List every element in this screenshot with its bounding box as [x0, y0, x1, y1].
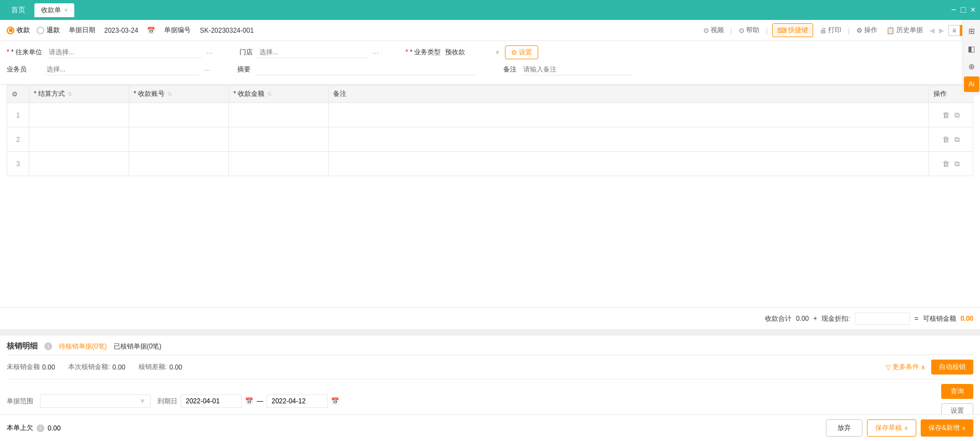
- number-label: 单据编号: [164, 25, 191, 35]
- date-from-input[interactable]: [181, 394, 242, 408]
- radio-refund[interactable]: 退款: [37, 25, 60, 35]
- delete-row-3-icon[interactable]: 🗑: [942, 160, 950, 168]
- unchecked-label: 未核销金额: [7, 362, 40, 372]
- writeoff-info-icon[interactable]: i: [44, 342, 52, 350]
- counterpart-label: * 往来单位: [7, 48, 42, 57]
- date-to-input[interactable]: [267, 394, 328, 408]
- row-num-2: 2: [7, 127, 29, 152]
- calendar-icon[interactable]: 📅: [147, 27, 155, 34]
- query-button[interactable]: 查询: [941, 384, 973, 399]
- cell-note-1[interactable]: [329, 103, 929, 127]
- staff-input[interactable]: [44, 64, 200, 75]
- diff-stat: 核销差额: 0.00: [139, 362, 182, 372]
- more-conditions-btn[interactable]: ▽ 更多条件 ∧: [886, 362, 926, 372]
- pending-tab[interactable]: 待核销单据(0笔): [59, 342, 107, 351]
- calendar-from-icon[interactable]: 📅: [245, 397, 253, 405]
- tab-close-icon[interactable]: ×: [64, 7, 68, 13]
- print-btn[interactable]: 🖨 打印: [818, 24, 844, 36]
- copy-row-3-icon[interactable]: ⧉: [955, 160, 959, 168]
- cell-note-3[interactable]: [329, 152, 929, 176]
- sidebar-icon-1[interactable]: ⊞: [964, 23, 979, 39]
- business-type-value: 预收款: [445, 48, 489, 57]
- summary-input[interactable]: [255, 64, 477, 75]
- discount-input[interactable]: [855, 312, 910, 325]
- close-window-icon[interactable]: ×: [971, 5, 976, 15]
- cell-note-2[interactable]: [329, 127, 929, 152]
- note-label: 备注: [481, 65, 517, 74]
- view-list-btn[interactable]: ≡: [948, 25, 960, 36]
- tab-bar-right: − □ ×: [951, 5, 976, 15]
- table-row: 3 🗑 ⧉: [7, 152, 973, 176]
- date-label: 到期日: [157, 397, 177, 406]
- date-separator: —: [257, 397, 263, 405]
- table-settings-gear-icon[interactable]: ⚙: [12, 90, 18, 98]
- save-new-arrow-icon[interactable]: ∧: [962, 425, 966, 431]
- tab-active-label: 收款单: [41, 6, 61, 15]
- store-input[interactable]: [257, 47, 368, 58]
- action-btn[interactable]: ⚙ 操作: [854, 24, 880, 36]
- cell-account-2[interactable]: [129, 127, 229, 152]
- done-tab[interactable]: 已核销单据(0笔): [114, 342, 162, 351]
- shortcut-btn[interactable]: ⌨ 快捷键: [772, 23, 813, 37]
- discount-label: 现金折扣:: [821, 314, 850, 324]
- video-icon: ⊙: [703, 27, 709, 34]
- maximize-icon[interactable]: □: [961, 5, 966, 15]
- save-draft-arrow-icon[interactable]: ∧: [904, 425, 908, 431]
- settings-button[interactable]: ⚙ 设置: [505, 45, 538, 59]
- current-label: 本次核销金额:: [68, 362, 110, 372]
- main-table: ⚙ * 结算方式 ⇅ * 收款账号 ⇅ * 收款金额 ⇅: [7, 85, 973, 176]
- cell-settlement-1[interactable]: [29, 103, 129, 127]
- filter-icon: ▽: [886, 363, 891, 371]
- store-more-icon[interactable]: ···: [372, 48, 379, 57]
- radio-refund-label: 退款: [47, 25, 60, 35]
- cell-settlement-3[interactable]: [29, 152, 129, 176]
- counterpart-input[interactable]: [47, 47, 202, 58]
- balance-info-icon[interactable]: i: [37, 424, 44, 432]
- table-row: 1 🗑 ⧉: [7, 103, 973, 127]
- copy-row-2-icon[interactable]: ⧉: [955, 135, 959, 143]
- range-select[interactable]: ▼: [40, 394, 151, 408]
- cell-amount-1[interactable]: [229, 103, 329, 127]
- delete-row-2-icon[interactable]: 🗑: [942, 135, 950, 143]
- summary-label: 摘要: [215, 65, 251, 74]
- help-icon: ⊙: [739, 27, 744, 34]
- tab-active[interactable]: 收款单 ×: [34, 3, 74, 17]
- minimize-icon[interactable]: −: [951, 5, 956, 15]
- history-btn[interactable]: 📋 历史单据: [884, 24, 925, 36]
- main-table-container: ⚙ * 结算方式 ⇅ * 收款账号 ⇅ * 收款金额 ⇅: [0, 85, 980, 307]
- available-value: 0.00: [961, 315, 973, 322]
- delete-row-1-icon[interactable]: 🗑: [942, 111, 950, 119]
- counterpart-more-icon[interactable]: ···: [206, 48, 213, 57]
- row-num-3: 3: [7, 152, 29, 176]
- calendar-to-icon[interactable]: 📅: [331, 397, 339, 405]
- sidebar-icon-3[interactable]: ⊕: [964, 59, 979, 74]
- sidebar-icon-ai[interactable]: Ai: [964, 76, 979, 92]
- cell-account-1[interactable]: [129, 103, 229, 127]
- business-type-dropdown-icon[interactable]: ▼: [494, 49, 501, 57]
- note-input[interactable]: [521, 64, 632, 75]
- keyboard-icon: ⌨: [777, 27, 787, 34]
- date-value: 2023-03-24: [104, 27, 138, 34]
- range-label: 单据范围: [7, 397, 33, 406]
- abandon-button[interactable]: 放弃: [826, 419, 862, 437]
- radio-receive[interactable]: 收款: [7, 25, 30, 35]
- writeoff-title: 核销明细: [7, 341, 38, 351]
- th-settlement: * 结算方式 ⇅: [29, 85, 129, 103]
- bottom-bar: 本单上欠 i 0.00 放弃 保存草稿 ∧ 保存&新增 ∧: [0, 414, 980, 441]
- th-settings[interactable]: ⚙: [7, 85, 29, 103]
- auto-writeoff-button[interactable]: 自动核销: [931, 360, 973, 375]
- cell-amount-2[interactable]: [229, 127, 329, 152]
- cell-amount-3[interactable]: [229, 152, 329, 176]
- video-btn[interactable]: ⊙ 视频: [701, 24, 726, 36]
- tab-home[interactable]: 首页: [4, 3, 32, 17]
- toolbar-right: ⊙ 视频 | ⊙ 帮助 | ⌨ 快捷键 🖨 打印 | ⚙ 操作: [701, 23, 973, 37]
- save-draft-button[interactable]: 保存草稿 ∧: [867, 419, 916, 437]
- th-note: 备注: [329, 85, 929, 103]
- copy-row-1-icon[interactable]: ⧉: [955, 111, 959, 119]
- staff-more-icon[interactable]: ···: [204, 65, 211, 74]
- help-btn[interactable]: ⊙ 帮助: [737, 24, 762, 36]
- save-new-button[interactable]: 保存&新增 ∧: [921, 419, 973, 437]
- cell-account-3[interactable]: [129, 152, 229, 176]
- sidebar-icon-2[interactable]: ◧: [964, 41, 979, 57]
- cell-settlement-2[interactable]: [29, 127, 129, 152]
